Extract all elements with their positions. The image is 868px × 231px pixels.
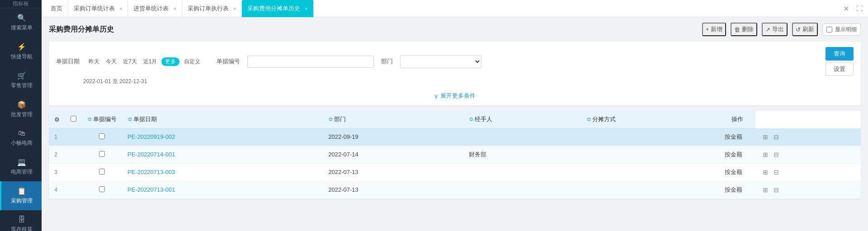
doc-link-4[interactable]: PE-20220713-001: [127, 186, 175, 193]
row-handler-4: [581, 181, 719, 198]
sidebar-item-ecom[interactable]: 💻电商管理: [0, 152, 42, 181]
tab-close-purchase-cost-split[interactable]: ×: [305, 6, 307, 11]
sidebar-item-ecom-small[interactable]: 🛍小畅电商: [0, 124, 42, 152]
row-check-4[interactable]: [99, 186, 105, 192]
add-button[interactable]: + 新增: [702, 23, 726, 36]
sidebar-label-wholesale: 批发管理: [11, 111, 33, 118]
tab-purchase-cost-split[interactable]: 采购费用分摊单历史×: [242, 0, 313, 17]
row-dept-4: [463, 181, 581, 198]
table-row: 4 PE-20220713-001 2022-07-13 按金额 ⊞ ⊟: [49, 181, 861, 198]
row-dept-1: [463, 128, 581, 146]
edit-btn-4[interactable]: ⊞: [761, 185, 770, 194]
row-doc-date-1: 2022-09-19: [323, 128, 463, 146]
doc-link-2[interactable]: PE-20220714-001: [127, 151, 175, 158]
tab-goods-receipt-stats[interactable]: 进货单统计表×: [128, 0, 182, 17]
tab-close-purchase-order-stats[interactable]: ×: [119, 6, 122, 11]
tab-purchase-order-exec[interactable]: 采购订单执行表×: [182, 0, 242, 17]
date-btn-昨天[interactable]: 昨天: [87, 57, 101, 66]
ecom-icon: 💻: [17, 158, 26, 166]
main-area: 首页采购订单统计表×进货单统计表×采购订单执行表×采购费用分摊单历史× ✕ ⛶ …: [42, 0, 868, 231]
more-btn-1[interactable]: ⊟: [772, 132, 781, 141]
export-button[interactable]: ↗ 导出: [762, 23, 788, 36]
row-checkbox-4[interactable]: [82, 181, 122, 198]
row-num-4: 4: [49, 181, 65, 198]
row-ops-2: ⊞ ⊟: [755, 146, 861, 163]
row-doc-no-3: PE-20220713-003: [122, 163, 323, 181]
table-row: 2 PE-20220714-001 2022-07-14 财务部 按金额 ⊞ ⊟: [49, 146, 861, 163]
row-ops-3: ⊞ ⊟: [755, 163, 861, 181]
row-ops-4: ⊞ ⊟: [755, 181, 861, 198]
ecom-small-icon: 🛍: [18, 129, 25, 137]
more-btn-4[interactable]: ⊟: [772, 185, 781, 194]
edit-btn-1[interactable]: ⊞: [761, 132, 770, 141]
more-btn-3[interactable]: ⊟: [772, 168, 781, 177]
edit-btn-2[interactable]: ⊞: [761, 150, 770, 159]
doc-no-input[interactable]: [247, 56, 374, 68]
chevron-down-icon: ∨: [434, 93, 439, 99]
close-window-button[interactable]: ✕: [842, 4, 851, 13]
row-num-3: 3: [49, 163, 65, 181]
tab-close-purchase-order-exec[interactable]: ×: [233, 6, 236, 11]
wholesale-icon: 📦: [17, 100, 26, 109]
date-filter-label: 单据日期: [56, 57, 80, 66]
edit-btn-3[interactable]: ⊞: [761, 168, 770, 177]
display-checkbox[interactable]: [826, 27, 832, 33]
doc-link-3[interactable]: PE-20220713-003: [127, 169, 175, 175]
sidebar-label-quicknav: 快捷导航: [11, 53, 33, 61]
content-area: 采购费用分摊单历史 + 新增 🗑 删除 ↗ 导出 ↺ 刷新 显示明细: [42, 17, 868, 231]
date-btn-近7天[interactable]: 近7天: [121, 57, 139, 66]
tab-label-goods-receipt-stats: 进货单统计表: [133, 5, 169, 13]
row-dept-2: 财务部: [463, 146, 581, 163]
col-ops: 操作: [719, 111, 755, 128]
row-check-2[interactable]: [99, 151, 105, 157]
select-all-checkbox[interactable]: [71, 116, 76, 122]
tab-label-purchase-cost-split: 采购费用分摊单历史: [247, 5, 300, 13]
settings-button[interactable]: 设置: [826, 62, 854, 76]
expand-more-btn[interactable]: ∨ 展开更多条件: [434, 92, 476, 100]
tab-label-purchase-order-stats: 采购订单统计表: [74, 5, 115, 13]
row-checkbox-2[interactable]: [82, 146, 122, 163]
row-split-method-4: 按金额: [719, 181, 755, 198]
expand-window-button[interactable]: ⛶: [854, 4, 864, 13]
display-detail-button[interactable]: 显示明细: [822, 24, 861, 36]
dept-select[interactable]: [400, 55, 481, 68]
row-check-1[interactable]: [99, 133, 105, 139]
row-checkbox-3[interactable]: [82, 163, 122, 181]
tab-label-home: 首页: [51, 5, 62, 13]
row-doc-no-2: PE-20220714-001: [122, 146, 323, 163]
refresh-button[interactable]: ↺ 刷新: [792, 23, 818, 36]
table-body: 1 PE-20220919-002 2022-09-19 按金额 ⊞ ⊟ 2 P…: [49, 128, 861, 199]
tab-controls: ✕ ⛶: [842, 4, 864, 13]
tab-home[interactable]: 首页: [45, 0, 68, 17]
filter-area: 单据日期 昨天今天近7天近1月更多自定义 单据编号 部门 查询 设置 2022-…: [49, 42, 861, 105]
sidebar-logo: 指标板: [0, 0, 42, 8]
tab-purchase-order-stats[interactable]: 采购订单统计表×: [68, 0, 128, 17]
sidebar-item-wholesale[interactable]: 📦批发管理: [0, 95, 42, 124]
col-handler[interactable]: ≎经手人: [463, 111, 581, 128]
date-btn-自定义[interactable]: 自定义: [182, 57, 202, 66]
col-doc-date[interactable]: ≎单据日期: [122, 111, 323, 128]
date-btn-更多[interactable]: 更多: [161, 57, 179, 66]
row-checkbox-1[interactable]: [82, 128, 122, 146]
sidebar-item-quicknav[interactable]: ⚡快捷导航: [0, 37, 42, 66]
row-check-3[interactable]: [99, 169, 105, 174]
date-btn-今天[interactable]: 今天: [104, 57, 118, 66]
delete-button[interactable]: 🗑 删除: [731, 23, 757, 36]
sidebar-item-purchase[interactable]: 📋采购管理: [0, 181, 42, 210]
tab-close-goods-receipt-stats[interactable]: ×: [173, 6, 176, 11]
col-split-method[interactable]: ≎分摊方式: [581, 111, 719, 128]
col-dept[interactable]: ≎部门: [323, 111, 463, 128]
row-ops-1: ⊞ ⊟: [755, 128, 861, 146]
sidebar-item-retail[interactable]: 🛒零售管理: [0, 66, 42, 95]
sidebar-item-inventory[interactable]: 🗄库存核算: [0, 210, 42, 231]
row-handler-1: [581, 128, 719, 146]
date-btn-近1月[interactable]: 近1月: [142, 57, 159, 66]
sidebar-item-search[interactable]: 🔍搜索菜单: [0, 8, 42, 37]
more-btn-2[interactable]: ⊟: [772, 150, 781, 159]
row-settings-2: [65, 146, 82, 163]
query-button[interactable]: 查询: [826, 47, 854, 61]
doc-link-1[interactable]: PE-20220919-002: [127, 133, 175, 140]
col-doc-no[interactable]: ≎单据编号: [82, 111, 122, 128]
row-settings-4: [65, 181, 82, 198]
col-settings[interactable]: ⚙: [49, 111, 65, 128]
